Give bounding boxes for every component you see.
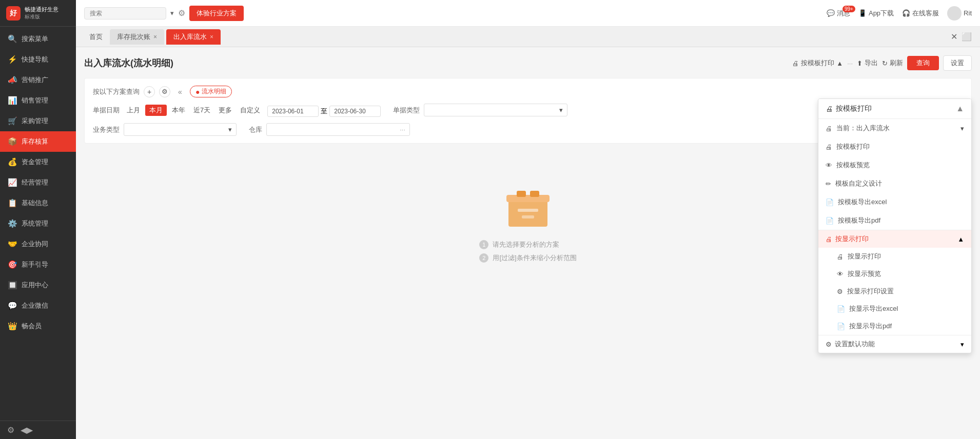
sidebar-item-coop[interactable]: 🤝 企业协同 — [0, 234, 76, 254]
main-content: ▾ ⚙ 体验行业方案 💬 消息 99+ 📱 App下载 🎧 在线客服 — [76, 0, 980, 439]
date-btn-last-month[interactable]: 上月 — [124, 105, 143, 116]
display-section-icon: 🖨 — [826, 235, 832, 243]
sidebar-footer: ⚙ ◀▶ — [0, 421, 76, 439]
dropdown-section-header[interactable]: 🖨 按显示打印 ▲ — [818, 230, 971, 248]
message-button[interactable]: 💬 消息 99+ — [827, 9, 850, 18]
sidebar-item-basic-info[interactable]: 📋 基础信息 — [0, 193, 76, 213]
tab-home[interactable]: 首页 — [84, 29, 108, 45]
date-btn-this-month[interactable]: 本月 — [145, 105, 167, 116]
filter-biz-type-select[interactable]: ▾ — [124, 123, 237, 136]
dropdown-sub-item-display-excel[interactable]: 📄 按显示导出excel — [818, 300, 971, 317]
dropdown-toggle-button[interactable]: ▲ — [956, 104, 964, 113]
header-left: ▾ ⚙ 体验行业方案 — [84, 6, 821, 21]
system-icon: ⚙️ — [7, 218, 17, 229]
sidebar-item-search[interactable]: 🔍 搜索菜单 — [0, 29, 76, 49]
sidebar-item-system[interactable]: ⚙️ 系统管理 — [0, 213, 76, 234]
filter-doc-type-group: 单据类型 ▾ — [393, 104, 567, 116]
sidebar-item-label: 新手引导 — [22, 260, 48, 269]
refresh-icon: ↻ — [882, 59, 888, 67]
window-maximize-button[interactable]: ⬜ — [962, 32, 972, 42]
sidebar-item-label: 营销推广 — [22, 75, 48, 85]
dropdown-sub-item-display-print[interactable]: 🖨 按显示打印 — [818, 248, 971, 265]
filter-warehouse-group: 仓库 ··· — [249, 123, 410, 136]
tab-batch-account-close[interactable]: × — [153, 33, 157, 41]
date-btn-7days[interactable]: 近7天 — [190, 105, 213, 116]
app-name: 畅捷通好生意 — [25, 6, 58, 13]
header-search-input[interactable] — [84, 7, 166, 19]
trial-button[interactable]: 体验行业方案 — [189, 6, 244, 21]
sidebar-item-wechat[interactable]: 💬 企业微信 — [0, 295, 76, 316]
settings-footer-icon[interactable]: ⚙ — [7, 425, 14, 435]
filter-warehouse-select[interactable]: ··· — [266, 123, 410, 136]
dropdown-item-template-export-pdf[interactable]: 📄 按模板导出pdf — [818, 211, 971, 230]
filter-settings-button[interactable]: ⚙ — [159, 86, 170, 97]
app-logo: 好 畅捷通好生意 标准版 — [0, 0, 76, 27]
date-btn-custom[interactable]: 自定义 — [237, 105, 263, 116]
page-title-bar: 出入库流水(流水明细) 🖨 按模板打印 ▲ ··· ⬆ 导出 ↻ 刷新 — [84, 55, 972, 71]
date-from-input[interactable] — [267, 106, 319, 117]
date-to-input[interactable] — [329, 106, 381, 117]
print-button[interactable]: 🖨 按模板打印 ▲ — [792, 58, 843, 68]
dropdown-item-template-preview[interactable]: 👁 按模板预览 — [818, 156, 971, 174]
filter-tag[interactable]: ● 流水明细 — [190, 86, 232, 97]
date-input-group: 至 — [267, 106, 381, 117]
sidebar-item-label: 经营管理 — [22, 178, 48, 187]
export-button[interactable]: ⬆ 导出 — [857, 58, 878, 68]
sidebar-item-label: 采购管理 — [22, 116, 48, 126]
query-button[interactable]: 查询 — [907, 56, 939, 70]
filter-doc-type-arrow: ▾ — [559, 106, 563, 114]
sidebar-item-sales[interactable]: 📊 销售管理 — [0, 90, 76, 111]
tab-flow-close[interactable]: × — [210, 33, 213, 41]
settings-button[interactable]: 设置 — [943, 55, 972, 71]
filter-date-label: 单据日期 — [93, 106, 120, 115]
filter-collapse-button[interactable]: « — [174, 86, 186, 97]
filter-add-button[interactable]: + — [144, 86, 155, 97]
date-separator: 至 — [321, 107, 327, 116]
sidebar-item-label: 销售管理 — [22, 96, 48, 105]
app-download-button[interactable]: 📱 App下载 — [858, 9, 894, 18]
dropdown-section-display: 🖨 按显示打印 ▲ 🖨 按显示打印 👁 按显示预览 ⚙ — [818, 230, 971, 335]
sidebar-item-inventory[interactable]: 📦 库存核算 — [0, 131, 76, 152]
dropdown-item-template-print[interactable]: 🖨 按模板打印 — [818, 137, 971, 156]
display-excel-icon: 📄 — [837, 305, 845, 313]
tab-batch-account[interactable]: 库存批次账 × — [110, 29, 164, 45]
filter-doc-type-select[interactable]: ▾ — [424, 104, 567, 116]
header-gear-icon[interactable]: ⚙ — [178, 8, 185, 18]
display-settings-label: 按显示打印设置 — [847, 287, 894, 296]
sidebar-item-member[interactable]: 👑 畅会员 — [0, 316, 76, 336]
window-close-button[interactable]: ✕ — [951, 32, 957, 42]
dropdown-footer[interactable]: ⚙ 设置默认功能 ▾ — [818, 335, 971, 353]
online-service-button[interactable]: 🎧 在线客服 — [902, 9, 939, 18]
tab-flow[interactable]: 出入库流水 × — [166, 29, 221, 45]
dropdown-item-template-customize[interactable]: ✏ 模板自定义设计 — [818, 174, 971, 193]
online-service-label: 在线客服 — [912, 9, 939, 18]
template-pdf-icon: 📄 — [826, 217, 834, 225]
dropdown-current-label: 当前：出入库流水 — [836, 124, 890, 133]
header-dropdown-button[interactable]: ▾ — [170, 9, 174, 17]
more-options-icon[interactable]: ··· — [847, 59, 853, 67]
collapse-sidebar-icon[interactable]: ◀▶ — [21, 425, 33, 435]
member-icon: 👑 — [7, 321, 17, 331]
basic-info-icon: 📋 — [7, 198, 17, 208]
sidebar-item-quick-nav[interactable]: ⚡ 快捷导航 — [0, 49, 76, 70]
date-btn-more[interactable]: 更多 — [215, 105, 235, 116]
sidebar-item-app-center[interactable]: 🔲 应用中心 — [0, 275, 76, 295]
filter-biz-type-label: 业务类型 — [93, 125, 120, 134]
user-avatar-button[interactable]: Rit — [947, 6, 972, 21]
dropdown-current-item[interactable]: 🖨 当前：出入库流水 ▾ — [818, 119, 971, 137]
sidebar-item-guide[interactable]: 🎯 新手引导 — [0, 254, 76, 275]
dropdown-item-template-export-excel[interactable]: 📄 按模板导出excel — [818, 193, 971, 211]
sidebar-item-operations[interactable]: 📈 经营管理 — [0, 172, 76, 193]
refresh-button[interactable]: ↻ 刷新 — [882, 58, 903, 68]
sidebar-item-marketing[interactable]: 📣 营销推广 — [0, 70, 76, 90]
dropdown-sub-item-display-settings[interactable]: ⚙ 按显示打印设置 — [818, 283, 971, 300]
dropdown-sub-item-display-preview[interactable]: 👁 按显示预览 — [818, 265, 971, 283]
filter-warehouse-more[interactable]: ··· — [400, 126, 405, 133]
sidebar-item-finance[interactable]: 💰 资金管理 — [0, 152, 76, 172]
date-btn-this-year[interactable]: 本年 — [169, 105, 188, 116]
coop-icon: 🤝 — [7, 239, 17, 249]
date-filter-options: 上月 本月 本年 近7天 更多 自定义 — [124, 105, 263, 116]
sidebar-item-purchase[interactable]: 🛒 采购管理 — [0, 111, 76, 131]
inventory-icon: 📦 — [7, 136, 17, 147]
dropdown-sub-item-display-pdf[interactable]: 📄 按显示导出pdf — [818, 317, 971, 335]
